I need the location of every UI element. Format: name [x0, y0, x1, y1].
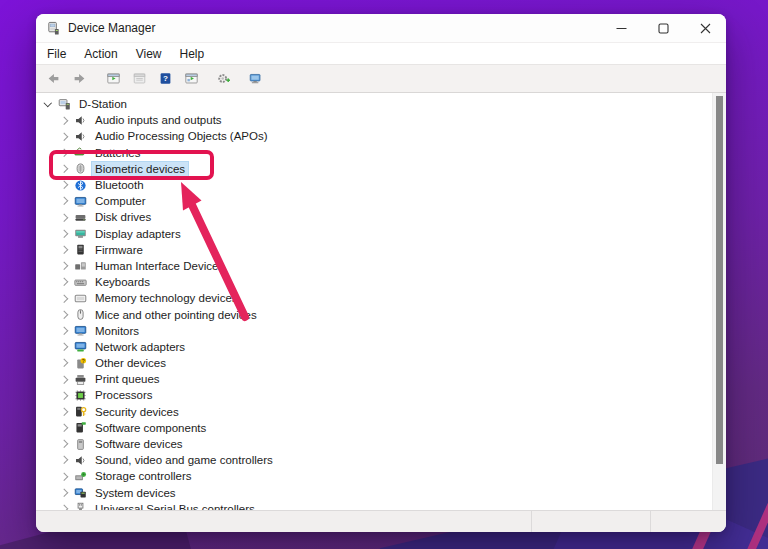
- tree-item-label: Bluetooth: [92, 178, 147, 192]
- properties-icon[interactable]: [128, 68, 150, 90]
- tree-item-label: Other devices: [92, 356, 169, 370]
- tree-item-d-station[interactable]: D-Station: [36, 96, 712, 112]
- chevron-right-icon[interactable]: [59, 393, 69, 399]
- system-device-icon: [73, 486, 87, 500]
- tree-item-label: Monitors: [92, 324, 142, 338]
- chevron-right-icon[interactable]: [59, 118, 69, 124]
- tree-item-mice-and-other-pointing-devices[interactable]: Mice and other pointing devices: [36, 306, 712, 322]
- menu-view[interactable]: View: [127, 43, 171, 64]
- menu-action[interactable]: Action: [75, 43, 126, 64]
- chevron-right-icon[interactable]: [59, 296, 69, 302]
- desktop-background: Device Manager FileActionViewHelp ? D-St…: [0, 0, 768, 549]
- forward-icon[interactable]: [68, 68, 90, 90]
- back-icon[interactable]: [42, 68, 64, 90]
- tree-item-other-devices[interactable]: ?Other devices: [36, 355, 712, 371]
- tree-item-label: Software devices: [92, 437, 186, 451]
- tree-item-system-devices[interactable]: System devices: [36, 485, 712, 501]
- remote-computer-icon[interactable]: [244, 68, 266, 90]
- tree-item-disk-drives[interactable]: Disk drives: [36, 209, 712, 225]
- chevron-right-icon[interactable]: [59, 457, 69, 463]
- speaker-icon: [73, 129, 87, 143]
- tree-item-audio-inputs-and-outputs[interactable]: Audio inputs and outputs: [36, 112, 712, 128]
- chevron-right-icon[interactable]: [59, 215, 69, 221]
- chevron-right-icon[interactable]: [59, 328, 69, 334]
- storage-controller-icon: [73, 469, 87, 483]
- svg-text:?: ?: [163, 74, 168, 83]
- tree-item-label: System devices: [92, 486, 179, 500]
- keyboard-icon: [73, 275, 87, 289]
- chevron-right-icon[interactable]: [59, 182, 69, 188]
- show-console-tree-icon[interactable]: [102, 68, 124, 90]
- tree-item-label: Network adapters: [92, 340, 188, 354]
- chevron-right-icon[interactable]: [59, 474, 69, 480]
- chevron-right-icon[interactable]: [59, 279, 69, 285]
- tree-item-memory-technology-devices[interactable]: Memory technology devices: [36, 290, 712, 306]
- chevron-right-icon[interactable]: [59, 409, 69, 415]
- maximize-button[interactable]: [642, 14, 684, 42]
- chevron-right-icon[interactable]: [59, 198, 69, 204]
- hid-icon: [73, 259, 87, 273]
- chevron-right-icon[interactable]: [59, 506, 69, 510]
- tree-item-universal-serial-bus-controllers[interactable]: Universal Serial Bus controllers: [36, 501, 712, 510]
- title-bar[interactable]: Device Manager: [36, 14, 726, 42]
- export-list-icon[interactable]: [180, 68, 202, 90]
- menu-file[interactable]: File: [38, 43, 75, 64]
- tree-item-monitors[interactable]: Monitors: [36, 323, 712, 339]
- tree-item-keyboards[interactable]: Keyboards: [36, 274, 712, 290]
- device-manager-app-icon: [46, 21, 61, 36]
- chevron-right-icon[interactable]: [59, 263, 69, 269]
- chevron-right-icon[interactable]: [59, 344, 69, 350]
- chevron-right-icon[interactable]: [59, 490, 69, 496]
- menu-help[interactable]: Help: [171, 43, 214, 64]
- tree-item-label: D-Station: [76, 97, 130, 111]
- security-device-icon: [73, 405, 87, 419]
- tree-item-label: Security devices: [92, 405, 182, 419]
- tree-item-security-devices[interactable]: Security devices: [36, 404, 712, 420]
- tree-item-software-components[interactable]: Software components: [36, 420, 712, 436]
- tree-item-storage-controllers[interactable]: Storage controllers: [36, 468, 712, 484]
- tree-item-label: Sound, video and game controllers: [92, 453, 276, 467]
- chevron-right-icon[interactable]: [59, 425, 69, 431]
- memory-card-icon: [73, 291, 87, 305]
- tree-item-label: Computer: [92, 194, 149, 208]
- scan-hardware-changes-icon[interactable]: [212, 68, 234, 90]
- scrollbar-thumb[interactable]: [716, 96, 723, 464]
- device-manager-window: Device Manager FileActionViewHelp ? D-St…: [36, 14, 726, 532]
- tree-item-label: Disk drives: [92, 210, 154, 224]
- status-section: [36, 511, 531, 532]
- chevron-right-icon[interactable]: [59, 134, 69, 140]
- tree-item-processors[interactable]: Processors: [36, 387, 712, 403]
- tree-item-software-devices[interactable]: Software devices: [36, 436, 712, 452]
- tree-item-print-queues[interactable]: Print queues: [36, 371, 712, 387]
- tree-item-human-interface-devices[interactable]: Human Interface Devices: [36, 258, 712, 274]
- software-device-icon: [73, 437, 87, 451]
- tree-item-label: Storage controllers: [92, 469, 195, 483]
- tree-item-label: Memory technology devices: [92, 291, 241, 305]
- tree-scrollbar[interactable]: [712, 93, 726, 510]
- chevron-right-icon[interactable]: [59, 312, 69, 318]
- tree-item-display-adapters[interactable]: Display adapters: [36, 226, 712, 242]
- tree-item-computer[interactable]: Computer: [36, 193, 712, 209]
- chevron-right-icon[interactable]: [59, 360, 69, 366]
- tree-item-label: Keyboards: [92, 275, 153, 289]
- tree-item-label: Display adapters: [92, 227, 184, 241]
- software-component-icon: [73, 421, 87, 435]
- chevron-right-icon[interactable]: [59, 377, 69, 383]
- chevron-right-icon[interactable]: [59, 247, 69, 253]
- chevron-down-icon[interactable]: [43, 102, 53, 106]
- minimize-button[interactable]: [600, 14, 642, 42]
- tree-item-audio-processing-objects-apos[interactable]: Audio Processing Objects (APOs): [36, 128, 712, 144]
- svg-text:?: ?: [81, 358, 84, 363]
- chevron-right-icon[interactable]: [59, 231, 69, 237]
- tree-item-label: Audio Processing Objects (APOs): [92, 129, 271, 143]
- tree-item-label: Software components: [92, 421, 209, 435]
- tree-item-firmware[interactable]: Firmware: [36, 242, 712, 258]
- tree-item-network-adapters[interactable]: Network adapters: [36, 339, 712, 355]
- tree-item-sound-video-and-game-controllers[interactable]: Sound, video and game controllers: [36, 452, 712, 468]
- mouse-icon: [73, 308, 87, 322]
- chevron-right-icon[interactable]: [59, 441, 69, 447]
- help-icon[interactable]: ?: [154, 68, 176, 90]
- unknown-device-icon: ?: [73, 356, 87, 370]
- close-button[interactable]: [684, 14, 726, 42]
- tree-item-label: Audio inputs and outputs: [92, 113, 225, 127]
